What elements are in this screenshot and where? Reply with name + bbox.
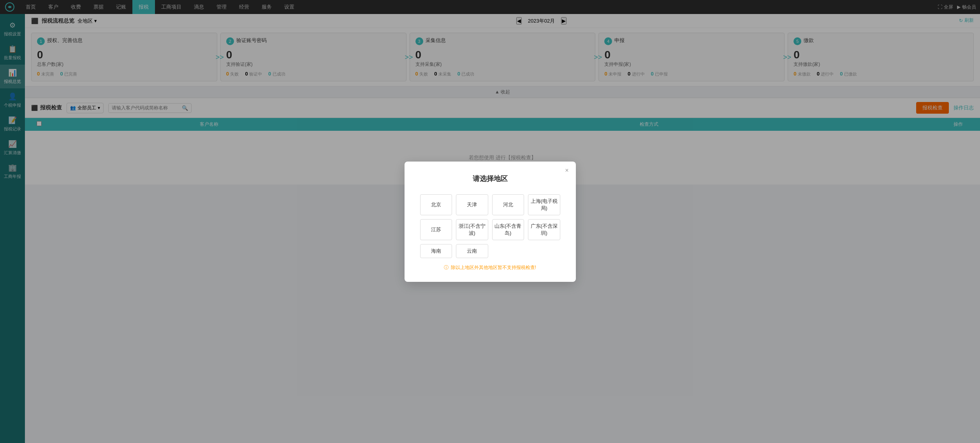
region-btn-zhejiang[interactable]: 浙江(不含宁波) bbox=[456, 219, 488, 240]
modal-warning-text: ⓘ 除以上地区外其他地区暂不支持报税检查! bbox=[420, 264, 560, 271]
region-select-modal: × 请选择地区 北京 天津 河北 上海(电子税局) 江苏 浙江(不含宁波) 山东… bbox=[405, 162, 576, 282]
region-btn-guangdong[interactable]: 广东(不含深圳) bbox=[528, 219, 560, 240]
region-btn-hebei[interactable]: 河北 bbox=[492, 194, 524, 215]
region-btn-beijing[interactable]: 北京 bbox=[420, 194, 452, 215]
region-btn-tianjin[interactable]: 天津 bbox=[456, 194, 488, 215]
region-btn-hainan[interactable]: 海南 bbox=[420, 244, 452, 258]
region-grid-row2: 江苏 浙江(不含宁波) 山东(不含青岛) 广东(不含深圳) bbox=[420, 219, 560, 240]
modal-close-button[interactable]: × bbox=[565, 167, 568, 174]
region-btn-shandong[interactable]: 山东(不含青岛) bbox=[492, 219, 524, 240]
region-btn-shanghai[interactable]: 上海(电子税局) bbox=[528, 194, 560, 215]
warning-label: 除以上地区外其他地区暂不支持报税检查! bbox=[451, 264, 536, 271]
region-btn-yunnan[interactable]: 云南 bbox=[456, 244, 488, 258]
modal-overlay: × 请选择地区 北京 天津 河北 上海(电子税局) 江苏 浙江(不含宁波) 山东… bbox=[0, 0, 980, 443]
region-btn-jiangsu[interactable]: 江苏 bbox=[420, 219, 452, 240]
region-grid-row3: 海南 云南 bbox=[420, 244, 560, 258]
region-grid-row1: 北京 天津 河北 上海(电子税局) bbox=[420, 194, 560, 215]
modal-title: 请选择地区 bbox=[420, 174, 560, 183]
warning-icon: ⓘ bbox=[444, 264, 449, 271]
